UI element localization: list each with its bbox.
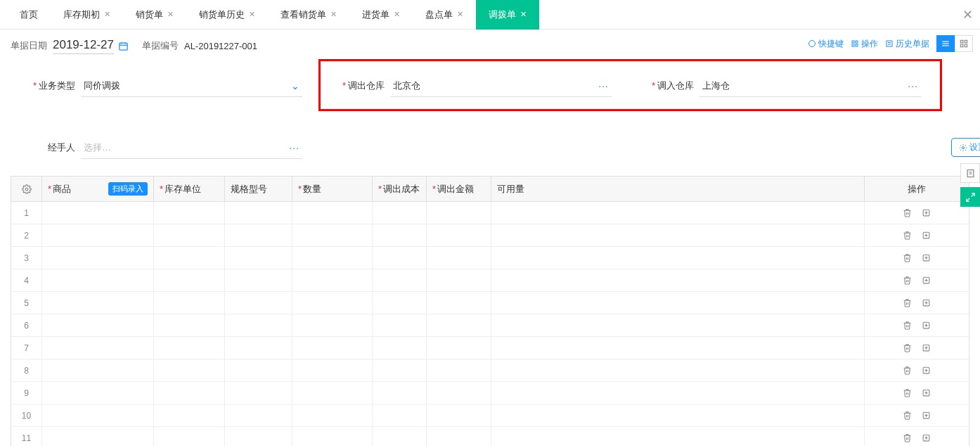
grid-header: *商品扫码录入 *库存单位 规格型号 *数量 *调出成本 *调出金额 可用量 操… [11, 177, 969, 202]
tab-sales[interactable]: 销货单✕ [123, 0, 186, 30]
add-icon[interactable] [922, 343, 931, 352]
document-header: 单据日期 2019-12-27 单据编号 AL-20191227-001 快捷键… [0, 30, 980, 62]
add-icon[interactable] [922, 321, 931, 330]
notes-button[interactable] [960, 163, 980, 183]
col-qty: *数量 [292, 177, 373, 201]
close-icon[interactable]: ✕ [457, 10, 463, 19]
out-warehouse-field: *调出仓库 ··· [330, 69, 612, 103]
form-area: *业务类型 ⌄ *调出仓库 ··· *调入仓库 ··· 经手人 ··· 设置 [0, 62, 980, 165]
delete-icon[interactable] [903, 253, 912, 262]
gear-icon[interactable] [11, 177, 42, 201]
col-unit: *库存单位 [154, 177, 225, 201]
add-icon[interactable] [922, 388, 931, 397]
table-row[interactable]: 7 [11, 337, 969, 359]
row-index: 9 [11, 382, 42, 404]
delete-icon[interactable] [903, 433, 912, 442]
table-row[interactable]: 5 [11, 292, 969, 314]
table-row[interactable]: 8 [11, 359, 969, 382]
tab-stocktake[interactable]: 盘点单✕ [413, 0, 476, 30]
delete-icon[interactable] [903, 388, 912, 397]
operate-link[interactable]: 操作 [851, 38, 878, 50]
row-index: 6 [11, 314, 42, 336]
more-icon[interactable]: ··· [908, 80, 918, 91]
close-all-icon[interactable]: ✕ [962, 7, 973, 23]
table-row[interactable]: 9 [11, 382, 969, 404]
add-icon[interactable] [922, 411, 931, 420]
handler-field: 经手人 ··· [21, 131, 302, 165]
delete-icon[interactable] [903, 298, 912, 307]
close-icon[interactable]: ✕ [249, 10, 255, 19]
more-icon[interactable]: ··· [289, 142, 299, 153]
delete-icon[interactable] [903, 411, 912, 420]
table-row[interactable]: 4 [11, 269, 969, 292]
tab-sales-history[interactable]: 销货单历史✕ [186, 0, 268, 30]
row-index: 10 [11, 404, 42, 426]
tab-transfer[interactable]: 调拨单✕ [476, 0, 539, 30]
in-warehouse-field: *调入仓库 ··· [640, 69, 921, 103]
svg-point-4 [809, 41, 815, 47]
table-row[interactable]: 11 [11, 427, 969, 446]
in-warehouse-input[interactable]: ··· [699, 75, 921, 97]
delete-icon[interactable] [903, 208, 912, 217]
doc-num-value: AL-20191227-001 [184, 41, 257, 51]
biz-type-input[interactable]: ⌄ [81, 75, 302, 97]
table-row[interactable]: 2 [11, 224, 969, 247]
tab-bar: 首页 库存期初✕ 销货单✕ 销货单历史✕ 查看销货单✕ 进货单✕ 盘点单✕ 调拨… [0, 0, 980, 30]
biz-type-field: *业务类型 ⌄ [21, 69, 302, 103]
col-cost: *调出成本 [373, 177, 427, 201]
add-icon[interactable] [922, 231, 931, 240]
tab-view-sales[interactable]: 查看销货单✕ [268, 0, 349, 30]
svg-rect-5 [852, 41, 854, 43]
row-index: 5 [11, 292, 42, 314]
table-row[interactable]: 6 [11, 314, 969, 337]
tab-purchase[interactable]: 进货单✕ [349, 0, 413, 30]
row-index: 1 [11, 202, 42, 224]
add-icon[interactable] [922, 208, 931, 217]
add-icon[interactable] [922, 253, 931, 262]
date-label: 单据日期 [11, 39, 47, 52]
tab-inventory-init[interactable]: 库存期初✕ [51, 0, 123, 30]
add-icon[interactable] [922, 433, 931, 442]
add-icon[interactable] [922, 276, 931, 285]
delete-icon[interactable] [903, 321, 912, 330]
svg-rect-8 [856, 44, 858, 46]
delete-icon[interactable] [903, 343, 912, 352]
date-value[interactable]: 2019-12-27 [53, 38, 114, 54]
scan-badge[interactable]: 扫码录入 [108, 182, 148, 196]
delete-icon[interactable] [903, 276, 912, 285]
more-icon[interactable]: ··· [598, 80, 609, 91]
svg-point-19 [962, 146, 965, 148]
col-product: *商品扫码录入 [42, 177, 154, 201]
table-row[interactable]: 10 [11, 404, 969, 427]
settings-button[interactable]: 设置 [951, 138, 980, 157]
shortcut-link[interactable]: 快捷键 [808, 38, 844, 50]
col-amount: *调出金额 [427, 177, 491, 201]
handler-input[interactable]: ··· [81, 136, 302, 159]
add-icon[interactable] [922, 298, 931, 307]
view-list-button[interactable] [936, 35, 955, 52]
close-icon[interactable]: ✕ [167, 10, 174, 19]
close-icon[interactable]: ✕ [520, 10, 527, 19]
delete-icon[interactable] [903, 231, 912, 240]
tab-home[interactable]: 首页 [7, 0, 51, 30]
svg-rect-9 [886, 41, 892, 46]
table-row[interactable]: 1 [11, 202, 969, 224]
view-grid-button[interactable] [955, 35, 973, 52]
history-link[interactable]: 历史单据 [885, 38, 929, 50]
col-op: 操作 [865, 177, 969, 201]
expand-button[interactable] [960, 187, 980, 207]
row-index: 7 [11, 337, 42, 359]
col-spec: 规格型号 [225, 177, 292, 201]
close-icon[interactable]: ✕ [104, 10, 110, 19]
calendar-icon[interactable] [118, 40, 129, 51]
svg-point-20 [25, 188, 28, 191]
svg-rect-7 [852, 44, 854, 46]
table-row[interactable]: 3 [11, 247, 969, 269]
grid-body: 1234567891011 [11, 202, 969, 446]
grid-wrap: *商品扫码录入 *库存单位 规格型号 *数量 *调出成本 *调出金额 可用量 操… [11, 176, 969, 446]
close-icon[interactable]: ✕ [330, 10, 337, 19]
out-warehouse-input[interactable]: ··· [390, 75, 612, 97]
add-icon[interactable] [922, 366, 931, 375]
delete-icon[interactable] [903, 366, 912, 375]
close-icon[interactable]: ✕ [394, 10, 400, 19]
